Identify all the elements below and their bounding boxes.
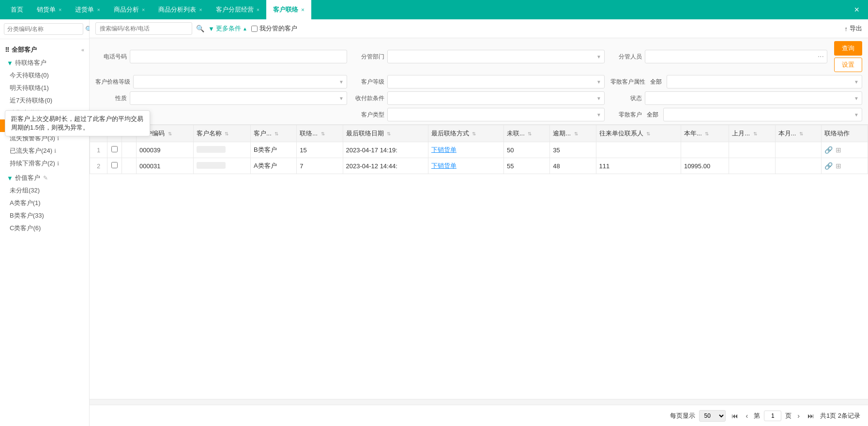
- link-action-icon[interactable]: 🔗: [824, 162, 833, 170]
- row-checkbox[interactable]: [111, 146, 118, 152]
- sparse-customer-select[interactable]: ▼: [663, 108, 862, 121]
- sort-icon: ⇅: [646, 131, 650, 136]
- my-customers-checkbox-label[interactable]: 我分管的客户: [251, 24, 297, 33]
- cell-this-year: [681, 142, 729, 158]
- label-phone: 电话号码: [95, 53, 127, 61]
- dept-select[interactable]: ▼: [387, 50, 605, 63]
- cell-checkbox[interactable]: [107, 158, 122, 174]
- page-number-input[interactable]: [764, 411, 781, 421]
- sidebar-item-a-class[interactable]: A类客户(1): [0, 197, 89, 209]
- table-area: ⚙ 客户编码 ⇅ 客户名称 ⇅ 客户... ⇅ 联络... ⇅ 最后联络日期 ⇅…: [90, 125, 868, 399]
- nav-sales[interactable]: 销货单 ×: [30, 0, 68, 19]
- last-method-link[interactable]: 下销货单: [431, 162, 457, 169]
- th-overdue[interactable]: 逾期... ⇅: [550, 125, 596, 142]
- nav-customer-tier[interactable]: 客户分层经营 ×: [209, 0, 266, 19]
- nav-product-analysis[interactable]: 商品分析 ×: [107, 0, 152, 19]
- cell-action: 🔗 ⊞: [821, 158, 868, 174]
- sidebar-item-today[interactable]: 今天待联络(0): [0, 69, 89, 82]
- phone-input[interactable]: [130, 50, 347, 63]
- sidebar-item-b-class[interactable]: B类客户(33): [0, 209, 89, 222]
- cell-contact: 7: [297, 158, 343, 174]
- cell-overdue: 48: [550, 158, 596, 174]
- grid-action-icon[interactable]: ⊞: [836, 146, 841, 154]
- more-conditions-button[interactable]: ▼ 更多条件 ▲: [208, 24, 247, 33]
- payment-select[interactable]: ▼: [387, 91, 605, 105]
- horizontal-scrollbar[interactable]: [90, 399, 868, 405]
- nav-product-analysis-list[interactable]: 商品分析列表 ×: [152, 0, 209, 19]
- th-this-month[interactable]: 本月... ⇅: [775, 125, 821, 142]
- customer-level-select[interactable]: ▼: [387, 75, 605, 88]
- th-uncontacted[interactable]: 未联... ⇅: [503, 125, 549, 142]
- close-icon[interactable]: ×: [142, 7, 145, 13]
- sidebar-item-ungrouped[interactable]: 未分组(32): [0, 184, 89, 197]
- search-button[interactable]: 🔍: [196, 25, 204, 32]
- cell-last-method[interactable]: 下销货单: [428, 158, 503, 174]
- sidebar-value-group[interactable]: ▼ 价值客户 ✎: [0, 172, 89, 184]
- sidebar-item-c-class[interactable]: C类客户(6): [0, 222, 89, 235]
- th-last-method[interactable]: 最后联络方式 ⇅: [428, 125, 503, 142]
- th-last-month[interactable]: 上月... ⇅: [729, 125, 775, 142]
- export-button[interactable]: ↑ 导出: [845, 24, 863, 33]
- label-price-level: 客户价格等级: [95, 78, 130, 86]
- settings-button[interactable]: 设置: [834, 58, 862, 72]
- status-select[interactable]: ▼: [645, 91, 862, 105]
- last-page-button[interactable]: ⏭: [806, 411, 816, 421]
- close-icon[interactable]: ×: [257, 7, 259, 13]
- nav-customer-contact[interactable]: 客户联络 ×: [266, 0, 311, 19]
- nav-home[interactable]: 首页: [4, 0, 30, 19]
- sparse-attr-select[interactable]: ▼: [667, 75, 862, 88]
- per-page-select[interactable]: 50 100 200: [699, 410, 726, 422]
- query-button[interactable]: 查询: [834, 41, 862, 56]
- close-icon[interactable]: ×: [59, 7, 61, 13]
- manager-input-area[interactable]: ···: [645, 50, 827, 63]
- th-last-date[interactable]: 最后联络日期 ⇅: [343, 125, 428, 142]
- customer-type-select[interactable]: ▼: [387, 108, 605, 121]
- filter-row-2: 客户价格等级 ▼ 客户等级 ▼ 零散客户属性 全部: [95, 75, 862, 88]
- sort-icon: ⇅: [387, 131, 391, 136]
- th-name[interactable]: 客户名称 ⇅: [193, 125, 250, 142]
- cell-action: 🔗 ⊞: [821, 142, 868, 158]
- chevron-down-icon: ▼: [596, 112, 601, 118]
- cell-this-month: [775, 142, 821, 158]
- first-page-button[interactable]: ⏮: [730, 411, 740, 421]
- label-manager: 分管人员: [610, 53, 642, 61]
- sidebar-group-pending[interactable]: ▼ 待联络客户: [0, 57, 89, 69]
- row-checkbox[interactable]: [111, 162, 118, 168]
- price-level-select[interactable]: ▼: [133, 75, 347, 88]
- my-customers-checkbox[interactable]: [251, 26, 258, 32]
- sort-icon: ⇅: [705, 131, 709, 136]
- close-icon[interactable]: ×: [97, 7, 100, 13]
- close-icon[interactable]: ×: [301, 7, 304, 13]
- cell-checkbox[interactable]: [107, 142, 122, 158]
- all-customers-header[interactable]: ⠿ 全部客户 «: [0, 43, 89, 57]
- search-input[interactable]: [95, 22, 192, 35]
- link-action-icon[interactable]: 🔗: [824, 146, 833, 154]
- close-icon[interactable]: ×: [199, 7, 202, 13]
- dots-icon[interactable]: ···: [818, 52, 824, 61]
- next-page-button[interactable]: ›: [795, 411, 802, 421]
- collapse-icon[interactable]: «: [81, 47, 84, 53]
- sidebar-item-tomorrow[interactable]: 明天待联络(1): [0, 82, 89, 94]
- th-this-year[interactable]: 本年... ⇅: [681, 125, 729, 142]
- cell-unit-contact: 111: [596, 158, 681, 174]
- edit-icon[interactable]: ✎: [43, 175, 48, 181]
- chevron-down-icon: ▼: [596, 54, 601, 59]
- cell-last-method[interactable]: 下销货单: [428, 142, 503, 158]
- th-contact[interactable]: 联络... ⇅: [297, 125, 343, 142]
- nav-purchase[interactable]: 进货单 ×: [68, 0, 107, 19]
- nature-select[interactable]: ▼: [130, 91, 347, 105]
- sidebar-item-7days[interactable]: 近7天待联络(0): [0, 94, 89, 107]
- th-level[interactable]: 客户... ⇅: [250, 125, 296, 142]
- grid-action-icon[interactable]: ⊞: [836, 162, 841, 170]
- last-method-link[interactable]: 下销货单: [431, 146, 457, 153]
- prev-page-button[interactable]: ‹: [744, 411, 750, 421]
- tooltip-box: 距客户上次交易时长，超过了此客户的平均交易周期的1.5倍，则视为异常。: [5, 110, 150, 136]
- chevron-down-icon: ▲: [243, 26, 247, 31]
- sidebar-item-churned[interactable]: 已流失客户(24) ℹ: [0, 145, 89, 157]
- cell-last-month: [729, 142, 775, 158]
- sidebar-search-input[interactable]: [4, 23, 83, 35]
- filter-status: 状态 ▼: [610, 91, 862, 105]
- sidebar-item-declining[interactable]: 持续下滑客户(2) ℹ: [0, 157, 89, 170]
- window-close-button[interactable]: ×: [849, 5, 864, 15]
- th-unit-contact[interactable]: 往来单位联系人 ⇅: [596, 125, 681, 142]
